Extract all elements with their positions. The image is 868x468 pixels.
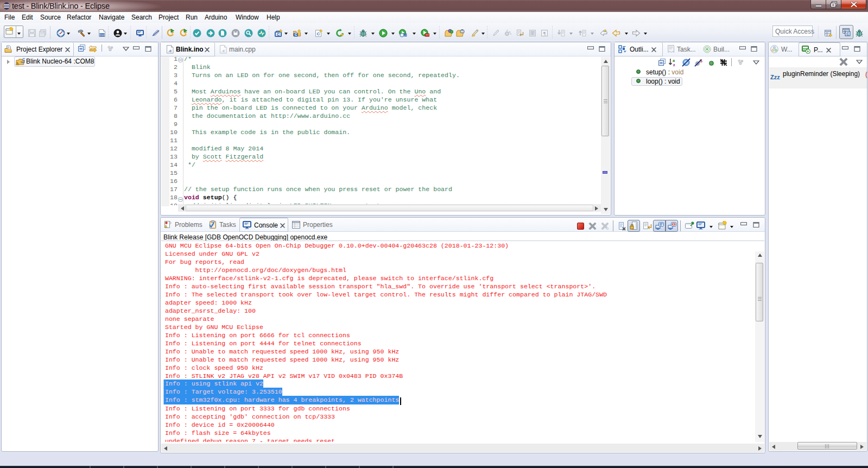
svg-text:010: 010 — [99, 33, 104, 36]
svg-text:C: C — [317, 31, 320, 36]
svg-text:C: C — [846, 32, 849, 36]
svg-text:.c: .c — [221, 48, 225, 53]
svg-text:¶: ¶ — [543, 31, 546, 36]
svg-text:C: C — [22, 58, 25, 61]
svg-text:.c: .c — [168, 48, 172, 53]
svg-text:C: C — [277, 33, 280, 36]
svg-text:z: z — [673, 62, 675, 67]
svg-text:C: C — [295, 33, 297, 36]
